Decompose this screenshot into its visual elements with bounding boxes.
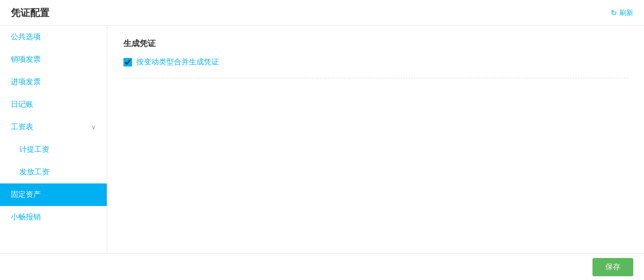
footer: 保存 (0, 253, 644, 280)
sidebar-item-label: 进项发票 (11, 77, 41, 87)
content-area: 生成凭证 按变动类型合并生成凭证 (107, 26, 644, 253)
sidebar-item-fixed-assets[interactable]: 固定资产 (0, 183, 107, 206)
sidebar-item-label: 公共选项 (11, 32, 41, 42)
sidebar: 公共选项销项发票进项发票日记账工资表∨计提工资发放工资固定资产小畅报销 (0, 26, 107, 253)
merge-checkbox[interactable] (123, 58, 132, 67)
sidebar-item-public-options[interactable]: 公共选项 (0, 26, 107, 48)
main-layout: 公共选项销项发票进项发票日记账工资表∨计提工资发放工资固定资产小畅报销 生成凭证… (0, 26, 644, 253)
sidebar-item-label: 日记账 (11, 100, 33, 109)
sidebar-item-label: 发放工资 (19, 167, 49, 177)
merge-checkbox-label[interactable]: 按变动类型合并生成凭证 (136, 57, 219, 67)
save-button[interactable]: 保存 (592, 258, 633, 276)
sidebar-item-accrued-wages[interactable]: 计提工资 (0, 138, 107, 161)
sidebar-item-expense-claims[interactable]: 小畅报销 (0, 206, 107, 229)
sidebar-item-payroll-table[interactable]: 工资表∨ (0, 116, 107, 138)
refresh-icon: ↻ (611, 9, 617, 17)
sidebar-item-label: 销项发票 (11, 55, 41, 64)
section-divider (123, 78, 628, 78)
page-title: 凭证配置 (11, 6, 49, 19)
sidebar-item-label: 工资表 (11, 122, 33, 132)
sidebar-item-label: 计提工资 (19, 145, 49, 154)
sidebar-item-purchase-invoice[interactable]: 进项发票 (0, 71, 107, 93)
sidebar-item-label: 固定资产 (11, 190, 41, 200)
refresh-button[interactable]: ↻ 刷新 (611, 8, 633, 18)
sidebar-item-label: 小畅报销 (11, 212, 41, 222)
checkbox-row: 按变动类型合并生成凭证 (123, 57, 628, 67)
header: 凭证配置 ↻ 刷新 (0, 0, 644, 26)
sidebar-item-issue-wages[interactable]: 发放工资 (0, 161, 107, 183)
chevron-down-icon: ∨ (91, 123, 96, 131)
refresh-label: 刷新 (619, 8, 633, 18)
sidebar-item-sales-invoice[interactable]: 销项发票 (0, 48, 107, 71)
sidebar-item-journal[interactable]: 日记账 (0, 93, 107, 116)
section-title: 生成凭证 (123, 39, 628, 49)
